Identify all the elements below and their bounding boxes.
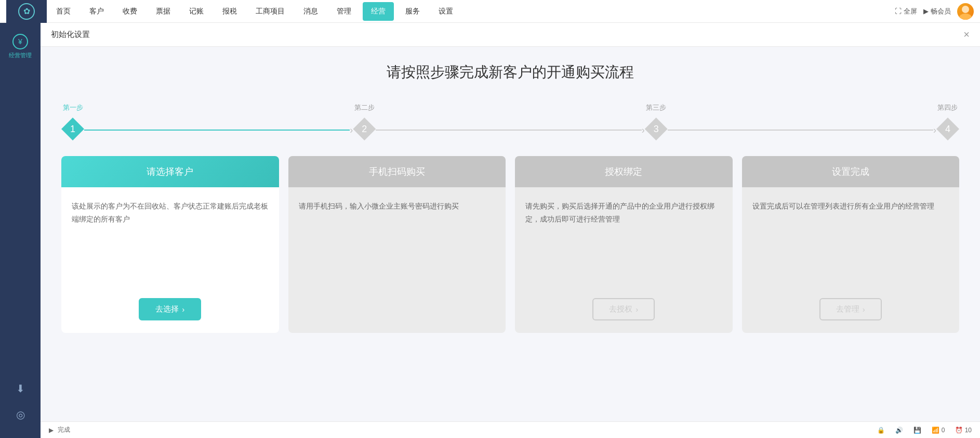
sidebar-bottom: ⬇ ◎ <box>0 376 41 438</box>
fullscreen-button[interactable]: ⛶ 全屏 <box>895 7 917 16</box>
network-status: 📶 0 <box>932 427 945 434</box>
step-2-label: 第二步 <box>354 103 375 112</box>
line-2 <box>376 130 641 131</box>
nav-operation[interactable]: 经营 <box>363 2 394 21</box>
line-1 <box>84 130 350 131</box>
sidebar-item-operation[interactable]: ¥ 经营管理 <box>0 28 41 65</box>
nav-settings[interactable]: 设置 <box>429 0 462 23</box>
step-3: 第三步 3 <box>645 103 668 140</box>
nav-manage[interactable]: 管理 <box>327 0 361 23</box>
cards-row: 请选择客户 该处展示的客户为不在回收站、客户状态正常建账后完成老板端绑定的所有客… <box>61 156 959 333</box>
step-1-circle: 1 <box>61 118 84 140</box>
nav-fee[interactable]: 收费 <box>113 0 147 23</box>
time-display: ⏰ 10 <box>955 427 972 434</box>
card-2-footer <box>288 312 506 333</box>
step-1-label: 第一步 <box>63 103 83 112</box>
download-icon: ⬇ <box>16 382 25 395</box>
sidebar-support[interactable]: ◎ <box>0 402 41 428</box>
step-4: 第四步 4 <box>936 103 959 140</box>
operation-icon: ¥ <box>12 34 28 49</box>
nav-tax[interactable]: 报税 <box>213 0 246 23</box>
avatar-image <box>957 3 974 20</box>
play-icon: ▶ <box>923 7 929 15</box>
card-setup-complete: 设置完成 设置完成后可以在管理列表进行所有企业用户的经营管理 去管理 › <box>742 156 960 333</box>
setup-heading: 请按照步骤完成新客户的开通购买流程 <box>61 62 959 82</box>
close-button[interactable]: × <box>963 29 970 41</box>
nav-service[interactable]: 服务 <box>396 0 429 23</box>
user-avatar[interactable] <box>957 3 974 20</box>
card-3-footer: 去授权 › <box>515 290 733 333</box>
manage-arrow-icon: › <box>863 305 865 314</box>
manage-button[interactable]: 去管理 › <box>819 298 882 320</box>
card-4-body: 设置完成后可以在管理列表进行所有企业用户的经营管理 <box>742 187 960 290</box>
step-2: 第二步 2 <box>353 103 376 140</box>
card-3-header: 授权绑定 <box>515 156 733 187</box>
step-3-label: 第三步 <box>646 103 666 112</box>
step-4-label: 第四步 <box>937 103 958 112</box>
card-4-header: 设置完成 <box>742 156 960 187</box>
card-select-customer: 请选择客户 该处展示的客户为不在回收站、客户状态正常建账后完成老板端绑定的所有客… <box>61 156 279 333</box>
connector-3-4: › <box>668 125 936 136</box>
authorize-arrow-icon: › <box>635 305 638 314</box>
card-1-body: 该处展示的客户为不在回收站、客户状态正常建账后完成老板端绑定的所有客户 <box>61 187 279 290</box>
select-arrow-icon: › <box>182 305 184 314</box>
sidebar-item-label: 经营管理 <box>9 51 32 59</box>
top-navigation: ✿ 首页 客户 收费 票据 记账 报税 工商项目 消息 管理 经营 服务 设置 … <box>0 0 980 23</box>
security-icon: 🔒 <box>877 427 885 434</box>
nav-home[interactable]: 首页 <box>47 0 80 23</box>
step-1: 第一步 1 <box>61 103 84 140</box>
main-layout: ¥ 经营管理 ⬇ ◎ 初始化设置 × 请按照步骤完成新客户的开通购买流程 第一步 <box>0 23 980 438</box>
setup-area: 请按照步骤完成新客户的开通购买流程 第一步 1 › 第二步 <box>41 47 980 421</box>
card-2-body: 请用手机扫码，输入小微企业主账号密码进行购买 <box>288 187 506 312</box>
card-1-header: 请选择客户 <box>61 156 279 187</box>
nav-customer[interactable]: 客户 <box>80 0 113 23</box>
nav-business[interactable]: 工商项目 <box>246 0 294 23</box>
save-icon: 💾 <box>913 427 921 434</box>
sidebar: ¥ 经营管理 ⬇ ◎ <box>0 23 41 438</box>
step-3-circle: 3 <box>645 118 668 140</box>
authorize-button[interactable]: 去授权 › <box>592 298 655 320</box>
step-2-circle: 2 <box>353 118 376 140</box>
card-auth-bind: 授权绑定 请先购买，购买后选择开通的产品中的企业用户进行授权绑定，成功后即可进行… <box>515 156 733 333</box>
app-logo: ✿ <box>6 0 47 23</box>
nav-invoice[interactable]: 票据 <box>147 0 180 23</box>
nav-message[interactable]: 消息 <box>294 0 327 23</box>
nav-right: ⛶ 全屏 ▶ 畅会员 <box>895 3 974 20</box>
main-content: 初始化设置 × 请按照步骤完成新客户的开通购买流程 第一步 1 › <box>41 23 980 438</box>
sidebar-download[interactable]: ⬇ <box>0 376 41 402</box>
page-header: 初始化设置 × <box>41 23 980 47</box>
status-label: 完成 <box>58 426 70 434</box>
vip-button[interactable]: ▶ 畅会员 <box>923 7 951 16</box>
play-status-icon: ▶ <box>49 427 54 434</box>
card-3-body: 请先购买，购买后选择开通的产品中的企业用户进行授权绑定，成功后即可进行经营管理 <box>515 187 733 290</box>
status-bar: ▶ 完成 🔒 🔊 💾 📶 0 ⏰ 10 <box>41 421 980 438</box>
volume-icon: 🔊 <box>895 427 903 434</box>
nav-items: 首页 客户 收费 票据 记账 报税 工商项目 消息 管理 经营 服务 设置 <box>47 0 895 23</box>
card-scan-purchase: 手机扫码购买 请用手机扫码，输入小微企业主账号密码进行购买 <box>288 156 506 333</box>
card-1-footer: 去选择 › <box>61 290 279 333</box>
card-2-header: 手机扫码购买 <box>288 156 506 187</box>
step-4-circle: 4 <box>936 118 959 140</box>
svg-point-1 <box>959 14 972 20</box>
support-icon: ◎ <box>16 408 25 421</box>
fullscreen-icon: ⛶ <box>895 7 902 15</box>
page-title: 初始化设置 <box>51 30 90 40</box>
status-bar-right: 🔒 🔊 💾 📶 0 ⏰ 10 <box>877 427 972 434</box>
connector-2-3: › <box>376 125 644 136</box>
connector-1-2: › <box>84 125 353 136</box>
logo-icon: ✿ <box>18 3 35 20</box>
card-4-footer: 去管理 › <box>742 290 960 333</box>
select-customer-button[interactable]: 去选择 › <box>139 298 201 320</box>
svg-point-0 <box>962 6 969 13</box>
line-3 <box>668 130 933 131</box>
steps-container: 第一步 1 › 第二步 2 <box>61 103 959 140</box>
nav-accounting[interactable]: 记账 <box>180 0 213 23</box>
